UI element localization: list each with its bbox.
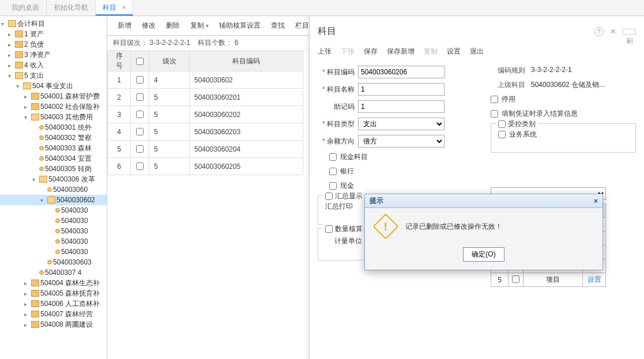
folder-icon [31,279,39,286]
cb-qty[interactable] [325,225,333,233]
refresh-label[interactable]: 刷 [623,29,636,35]
tree-item[interactable]: ▸504008 两圃建设 [0,319,107,330]
col-level: 级次 [149,51,190,71]
leaf-icon [55,218,60,223]
folder-icon [31,321,39,328]
tree-item[interactable]: ▸4 收入 [0,60,107,70]
cb-sumshow[interactable] [325,192,333,200]
cb-cash2[interactable] [329,182,337,190]
tree-item[interactable]: 5040030​2 警察 [0,133,107,143]
tree-item[interactable]: ▸504006 人工造林补 [0,298,107,309]
tree-item[interactable]: 504003​0 [0,236,107,247]
aux-row[interactable]: 5项目设置 [491,273,606,287]
tree-item[interactable]: ▾504 事业支出 [0,81,107,91]
tree-item[interactable]: 5040030​5 转岗 [0,164,107,174]
tree-item-selected[interactable]: ▾50400306​02 [0,195,107,205]
cb-bank[interactable] [329,168,337,175]
input-mnemonic[interactable] [358,100,445,113]
pa-exit[interactable]: 退出 [470,47,484,56]
tree-root[interactable]: ▾会计科目 [0,18,107,29]
tree-item[interactable]: ▾5040030​6 改革 [0,174,107,184]
label-dir: 余额方向 [318,137,358,146]
close-icon[interactable]: × [122,3,126,12]
table-row[interactable]: 65504003060205 [108,158,303,175]
tree-item[interactable]: 504003​0 [0,226,107,236]
leaf-icon [39,125,44,130]
tree-item[interactable]: 5040030​4 安置 [0,153,107,164]
pa-save-new[interactable]: 保存新增 [387,47,415,56]
tree-item[interactable]: 504003​0 [0,216,107,226]
close-icon[interactable]: × [594,197,598,205]
row-check[interactable] [136,128,144,135]
input-code[interactable] [358,66,445,78]
leaf-icon [39,167,44,171]
tree-item[interactable]: 5040030​3 森林 [0,143,107,153]
tb-edit[interactable]: 修改 [142,21,156,31]
tb-find[interactable]: 查找 [271,21,285,31]
tree-item[interactable]: 5040030​1 统外 [0,122,107,133]
panel-title: 科目 [318,25,336,37]
folder-icon [15,51,23,58]
tab-subject[interactable]: 科目 × [96,0,133,16]
tb-aux-setting[interactable]: 辅助核算设置 [219,21,261,31]
leaf-icon [39,156,44,161]
tree-item[interactable]: 504003​0 [0,247,107,257]
col-check[interactable] [131,51,149,71]
tree-item[interactable]: ▸504001 森林管护费 [0,91,107,101]
leaf-icon [55,229,60,233]
row-check[interactable] [136,93,144,101]
tree-item[interactable]: ▸504005 森林抚育补 [0,288,107,298]
account-tree[interactable]: ▾会计科目 ▸1 资产 ▸2 负债 ▸3 净资产 ▸4 收入 ▾5 支出 ▾50… [0,16,107,359]
tree-item[interactable]: ▸2 负债 [0,39,107,50]
cb-cash[interactable] [329,153,337,161]
aux-check[interactable] [512,275,519,283]
select-type[interactable]: 支出 [358,118,445,130]
tree-item[interactable]: ▸504007 森林经营 [0,309,107,319]
aux-link[interactable]: 设置 [587,275,601,284]
tree-item[interactable]: ▸504002 社会保险补 [0,101,107,112]
tree-item[interactable]: ▾5 支出 [0,70,107,81]
table-row[interactable]: 35504003060202 [108,106,303,123]
label-type: 科目类型 [318,119,358,129]
folder-icon [15,41,23,48]
tab-init-nav[interactable]: 初始化导航 [47,0,96,16]
tree-item[interactable]: 50400306​0 [0,184,107,195]
tree-item[interactable]: 504003​060​3 [0,257,107,267]
cb-voucher[interactable] [491,110,498,118]
input-name[interactable] [358,83,445,96]
help-icon[interactable]: ? [594,27,604,36]
table-row[interactable]: 25504003060201 [108,89,303,106]
pa-copy[interactable]: 复制 [424,47,438,56]
row-check[interactable] [136,111,144,118]
table-row[interactable]: 55504003060204 [108,141,303,158]
tb-new[interactable]: 新增 [118,21,131,31]
cb-disable[interactable] [491,96,498,103]
pa-prev[interactable]: 上张 [318,47,332,56]
row-check[interactable] [136,76,144,84]
tb-copy[interactable]: 复制 [190,21,209,31]
tab-desktop[interactable]: 我的桌面 [5,0,47,16]
row-check[interactable] [136,145,144,153]
ok-button[interactable]: 确定(O) [463,247,504,262]
tree-item[interactable]: 5040030​7 4 [0,267,107,278]
subject-panel: 科目 ? × 刷 上张 下张 保存 保存新增 复制 设置 退出 科目编码 科 [309,16,644,359]
tree-item[interactable]: 504003​0 [0,205,107,216]
cb-biz[interactable] [498,131,506,138]
tree-item[interactable]: ▾504003 其他费用 [0,112,107,122]
select-dir[interactable]: 借方 [358,135,445,148]
pa-save[interactable]: 保存 [364,47,378,56]
cb-controlled[interactable] [498,120,506,128]
tb-column[interactable]: 栏目 [295,21,309,31]
content-area: 新增 修改 删除 复制 辅助核算设置 查找 栏目 导入 导出 科目对照 自动生成… [107,16,644,359]
tree-item[interactable]: ▸3 净资产 [0,50,107,60]
pa-setting[interactable]: 设置 [447,47,461,56]
tb-delete[interactable]: 删除 [166,21,180,31]
pa-next[interactable]: 下张 [341,47,355,56]
tree-item[interactable]: ▸504004 森林生态补 [0,278,107,288]
panel-actions: 上张 下张 保存 保存新增 复制 设置 退出 [318,47,636,56]
close-icon[interactable]: × [611,27,616,37]
table-row[interactable]: 45504003060203 [108,123,303,141]
tree-item[interactable]: ▸1 资产 [0,29,107,39]
table-row[interactable]: 145040030602 [108,71,303,89]
row-check[interactable] [136,163,144,170]
